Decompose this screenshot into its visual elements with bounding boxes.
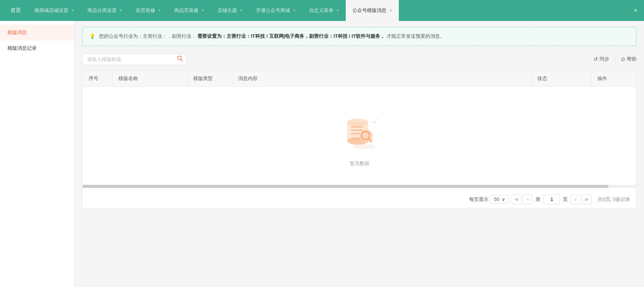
total-info: 共0页, 0条记录 <box>598 196 630 203</box>
tab-product-category-label: 商品分类设置 <box>87 7 117 14</box>
notice-suffix: 才能正常发送预置的消息。 <box>386 33 445 39</box>
first-page-button[interactable]: ⊲ <box>512 195 521 204</box>
svg-point-11 <box>373 121 376 123</box>
divider: | <box>614 57 616 62</box>
svg-point-12 <box>377 119 378 120</box>
sync-button[interactable]: ↺ 同步 <box>594 56 609 62</box>
page-size-label: 每页显示 <box>469 196 489 203</box>
page-label: 第 <box>536 196 540 203</box>
pagination-bar: 每页显示 50 ∨ ⊲ ‹ 第 页 › ⊳ 共0页, 0条记录 <box>83 191 636 208</box>
table-header: 序号 模版名称 模版类型 消息内容 状态 操作 <box>83 71 636 87</box>
tab-custom-menu[interactable]: 自定义菜单 × <box>302 0 346 21</box>
search-input[interactable] <box>82 54 187 65</box>
tab-open-wechat-close[interactable]: × <box>293 8 296 13</box>
sidebar-item-template-log[interactable]: 模版消息记录 <box>0 40 74 56</box>
page-nav: ⊲ ‹ 第 页 › ⊳ <box>512 195 592 204</box>
page-size-value: 50 <box>494 196 499 202</box>
tab-bar: 首页 微商城店铺设置 × 商品分类设置 × 首页装修 × 商品页装修 × 店铺主… <box>0 0 644 21</box>
help-button[interactable]: ⊙ 帮助 <box>621 56 637 62</box>
next-page-button[interactable]: › <box>571 195 580 204</box>
tab-open-wechat[interactable]: 开通公众号商城 × <box>249 0 302 21</box>
sidebar: 模版消息 模版消息记录 <box>0 21 75 287</box>
tab-open-wechat-label: 开通公众号商城 <box>256 7 290 14</box>
close-all-button[interactable]: × <box>631 6 640 15</box>
table-container: 序号 模版名称 模版类型 消息内容 状态 操作 <box>82 70 637 208</box>
sidebar-item-template-log-label: 模版消息记录 <box>7 45 37 51</box>
tab-home-decor[interactable]: 首页装修 × <box>129 0 167 21</box>
search-bar-right: ↺ 同步 | ⊙ 帮助 <box>594 56 637 62</box>
empty-state: 暂无数据 <box>83 87 636 182</box>
tab-home-decor-close[interactable]: × <box>158 8 161 13</box>
tab-product-page-label: 商品页装修 <box>174 7 198 14</box>
tab-micro-shop[interactable]: 微商城店铺设置 × <box>28 0 81 21</box>
tab-shop-theme-close[interactable]: × <box>240 8 243 13</box>
th-type: 模版类型 <box>187 71 232 86</box>
sidebar-item-template-msg[interactable]: 模版消息 <box>0 25 74 40</box>
search-bar: ↺ 同步 | ⊙ 帮助 <box>82 54 637 65</box>
notice-highlight: 需要设置为：主营行业：IT科技 / 互联网|电子商务，副营行业：IT科技 / I… <box>197 33 385 39</box>
empty-illustration <box>337 109 382 154</box>
sync-label: 同步 <box>600 56 609 62</box>
tab-product-category-close[interactable]: × <box>120 8 122 13</box>
svg-point-13 <box>372 118 373 119</box>
page-suffix: 页 <box>563 196 568 203</box>
tab-micro-shop-close[interactable]: × <box>71 8 74 13</box>
page-number-input[interactable] <box>543 195 560 204</box>
empty-text: 暂无数据 <box>350 160 369 167</box>
tab-product-page[interactable]: 商品页装修 × <box>167 0 211 21</box>
search-input-wrap <box>82 54 187 65</box>
tab-home-decor-label: 首页装修 <box>136 7 155 14</box>
notice-prefix: 您的公众号行业为：主营行业：，副营行业： <box>99 33 196 39</box>
tab-template-msg[interactable]: 公众号模版消息 × <box>346 0 399 21</box>
scroll-track[interactable] <box>83 185 636 188</box>
svg-line-1 <box>181 59 183 61</box>
svg-point-14 <box>353 144 375 149</box>
th-name: 模版名称 <box>113 71 187 86</box>
th-status: 状态 <box>531 71 591 86</box>
sidebar-item-template-msg-label: 模版消息 <box>7 30 27 35</box>
search-icon[interactable] <box>177 56 183 63</box>
tab-custom-menu-label: 自定义菜单 <box>309 7 333 14</box>
th-content: 消息内容 <box>232 71 531 86</box>
notice-icon: 💡 <box>89 33 95 40</box>
tab-product-page-close[interactable]: × <box>201 8 204 13</box>
content-area: 💡 您的公众号行业为：主营行业：，副营行业： 需要设置为：主营行业：IT科技 /… <box>75 21 644 287</box>
page-size-dropdown[interactable]: 50 ∨ <box>491 195 509 204</box>
page-size-select: 每页显示 50 ∨ <box>469 195 509 204</box>
notice-box: 💡 您的公众号行业为：主营行业：，副营行业： 需要设置为：主营行业：IT科技 /… <box>82 27 637 46</box>
sync-icon: ↺ <box>594 56 598 62</box>
scroll-thumb <box>83 185 608 188</box>
chevron-down-icon: ∨ <box>502 196 505 202</box>
th-action: 操作 <box>591 71 636 86</box>
help-label: 帮助 <box>627 56 637 62</box>
tab-product-category[interactable]: 商品分类设置 × <box>81 0 129 21</box>
tab-shop-theme[interactable]: 店铺主题 × <box>211 0 249 21</box>
help-icon: ⊙ <box>621 56 625 62</box>
last-page-button[interactable]: ⊳ <box>582 195 592 204</box>
main-layout: 模版消息 模版消息记录 💡 您的公众号行业为：主营行业：，副营行业： 需要设置为… <box>0 21 644 287</box>
tab-template-msg-label: 公众号模版消息 <box>352 7 386 14</box>
tab-home[interactable]: 首页 <box>4 0 28 21</box>
tab-micro-shop-label: 微商城店铺设置 <box>34 7 68 14</box>
tab-custom-menu-close[interactable]: × <box>336 8 339 13</box>
tab-shop-theme-label: 店铺主题 <box>218 7 237 14</box>
tab-template-msg-close[interactable]: × <box>389 8 392 13</box>
th-index: 序号 <box>83 71 113 86</box>
tab-home-label: 首页 <box>10 7 21 14</box>
prev-page-button[interactable]: ‹ <box>523 195 533 204</box>
